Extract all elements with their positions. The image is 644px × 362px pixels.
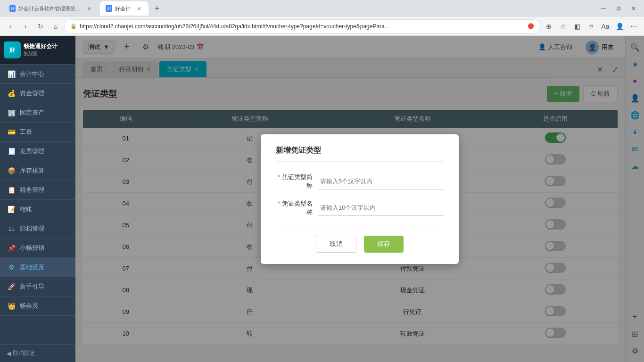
sidebar-item-fixed-assets[interactable]: 🏢 固定资产 (0, 103, 75, 123)
save-button[interactable]: 保存 (364, 236, 404, 253)
extensions-button[interactable]: ⊕ (542, 20, 555, 33)
cancel-button[interactable]: 取消 (316, 236, 356, 253)
logo-icon: 好 (4, 41, 21, 58)
guide-icon: 🚀 (7, 282, 16, 291)
expense-icon: 📌 (7, 243, 16, 253)
sidebar-item-label-fixed-assets: 固定资产 (20, 108, 44, 117)
sidebar-item-fund[interactable]: 💰 资金管理 (0, 84, 75, 103)
minimize-button[interactable]: — (597, 2, 610, 15)
sidebar-footer[interactable]: ◀ 取消固定 (0, 344, 75, 362)
voucher-short-input[interactable] (318, 173, 444, 189)
home-button[interactable]: ⌂ (49, 20, 62, 33)
sidebar-item-guide[interactable]: 🚀 新手引导 (0, 277, 75, 296)
sidebar-item-expense[interactable]: 📌 小畅报销 (0, 239, 75, 258)
form-group-name: 凭证类型名称 (276, 199, 444, 216)
split-button[interactable]: ⧈ (585, 20, 598, 33)
tax-icon: 📋 (7, 185, 16, 195)
sidebar-item-invoice[interactable]: 🧾 发票管理 (0, 142, 75, 161)
modal-overlay: 新增凭证类型 凭证类型简称 凭证类型名称 取消 保存 (75, 36, 644, 362)
url-menu-icon: 🔴 (528, 23, 534, 29)
profile-button[interactable]: 👤 (613, 20, 626, 33)
url-text: https://cloud2.chanjet.com/accounting/uh… (80, 23, 525, 30)
forward-button[interactable]: › (19, 20, 32, 33)
sidebar-item-label-settings: 基础设置 (20, 263, 44, 272)
collections-button[interactable]: ◧ (570, 20, 584, 33)
tab-title-1: 好会计云务软件管理系统_会计 (18, 5, 81, 12)
favorites-button[interactable]: ☆ (556, 20, 570, 33)
sidebar-item-archive[interactable]: 🗂 归档管理 (0, 219, 75, 239)
tab-bar: 好 好会计云务软件管理系统_会计 ✕ 好 好会计 ✕ + — ⧉ ✕ (0, 0, 644, 17)
browser-chrome: 好 好会计云务软件管理系统_会计 ✕ 好 好会计 ✕ + — ⧉ ✕ ‹ › ↻… (0, 0, 644, 36)
tab-close-1[interactable]: ✕ (86, 5, 92, 12)
sidebar-item-label-fund: 资金管理 (20, 89, 44, 98)
sidebar-item-label-tax: 税务管理 (20, 186, 44, 194)
sidebar-item-label-settlement: 结账 (20, 205, 32, 214)
address-bar: ‹ › ↻ ⌂ 🔒 https://cloud2.chanjet.com/acc… (0, 17, 644, 36)
sidebar-footer-icon: ◀ (7, 350, 11, 357)
sidebar-item-tax[interactable]: 📋 税务管理 (0, 181, 75, 200)
logo-subtitle: 旗舰版 (24, 50, 58, 57)
settlement-icon: 📝 (7, 205, 16, 214)
browser-actions: ⊕ ☆ ◧ ⧈ Aa 👤 ⋯ (542, 20, 640, 33)
browser-tab-2[interactable]: 好 好会计 ✕ (100, 1, 149, 16)
sidebar-item-label-guide: 新手引导 (20, 282, 44, 291)
settings-icon: ⚙ (7, 263, 16, 272)
modal-actions: 取消 保存 (276, 228, 444, 253)
modal-title: 新增凭证类型 (276, 146, 444, 162)
browser-tab-1[interactable]: 好 好会计云务软件管理系统_会计 ✕ (4, 1, 98, 16)
new-tab-button[interactable]: + (150, 2, 164, 15)
sidebar-item-dashboard[interactable]: 📊 会计中心 (0, 65, 75, 84)
sidebar-item-settlement[interactable]: 📝 结账 (0, 200, 75, 219)
more-button[interactable]: ⋯ (627, 20, 640, 33)
tab-favicon-2: 好 (106, 5, 112, 12)
sidebar-logo: 好 畅捷通好会计 旗舰版 (0, 36, 75, 65)
back-button[interactable]: ‹ (4, 20, 17, 33)
logo-text-group: 畅捷通好会计 旗舰版 (24, 43, 58, 57)
salary-icon: 💳 (7, 127, 16, 137)
sidebar-item-salary[interactable]: 💳 工资 (0, 123, 75, 142)
sidebar-item-label-expense: 小畅报销 (20, 244, 44, 252)
sidebar-item-member[interactable]: 👑 畅会员 (0, 296, 75, 316)
tab-close-2[interactable]: ✕ (135, 5, 143, 12)
tab-title-2: 好会计 (115, 5, 131, 12)
sidebar-item-label-inventory: 库存核算 (20, 166, 44, 175)
fixed-assets-icon: 🏢 (7, 108, 16, 117)
lock-icon: 🔒 (70, 23, 77, 29)
refresh-button[interactable]: ↻ (34, 20, 47, 33)
archive-icon: 🗂 (7, 224, 16, 233)
add-voucher-type-modal: 新增凭证类型 凭证类型简称 凭证类型名称 取消 保存 (261, 134, 459, 264)
sidebar-item-label-invoice: 发票管理 (20, 147, 44, 156)
sidebar-item-label-archive: 归档管理 (20, 224, 44, 233)
sidebar-item-settings[interactable]: ⚙ 基础设置 (0, 258, 75, 277)
member-icon: 👑 (7, 301, 16, 311)
close-window-button[interactable]: ✕ (627, 2, 640, 15)
sidebar-item-label-member: 畅会员 (20, 302, 38, 310)
form-label-short: 凭证类型简称 (276, 173, 318, 190)
form-label-name: 凭证类型名称 (276, 199, 318, 216)
sidebar-item-label-salary: 工资 (20, 128, 32, 136)
inventory-icon: 📦 (7, 166, 16, 175)
immersive-button[interactable]: Aa (599, 20, 612, 33)
url-box[interactable]: 🔒 https://cloud2.chanjet.com/accounting/… (64, 19, 540, 33)
restore-button[interactable]: ⧉ (612, 2, 625, 15)
sidebar-footer-label: 取消固定 (13, 349, 35, 357)
invoice-icon: 🧾 (7, 147, 16, 156)
logo-title: 畅捷通好会计 (24, 43, 58, 50)
tab-favicon-1: 好 (9, 5, 16, 12)
sidebar-item-label-dashboard: 会计中心 (20, 70, 44, 78)
fund-icon: 💰 (7, 89, 16, 98)
dashboard-icon: 📊 (7, 69, 16, 79)
sidebar-item-inventory[interactable]: 📦 库存核算 (0, 161, 75, 181)
sidebar: 好 畅捷通好会计 旗舰版 📊 会计中心 💰 资金管理 🏢 固定资产 💳 工资 🧾… (0, 36, 75, 362)
form-group-short: 凭证类型简称 (276, 173, 444, 190)
voucher-name-input[interactable] (318, 200, 444, 216)
